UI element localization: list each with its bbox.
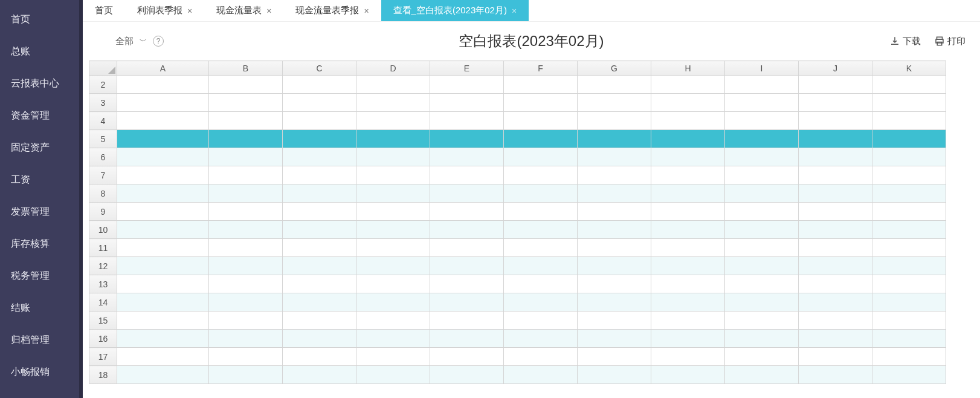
cell-E17[interactable] [430, 348, 504, 366]
cell-E5[interactable] [430, 130, 504, 148]
cell-A8[interactable] [117, 184, 209, 203]
column-header-K[interactable]: K [872, 61, 946, 76]
cell-F16[interactable] [504, 330, 578, 348]
cell-J14[interactable] [799, 293, 872, 312]
cell-A15[interactable] [117, 312, 209, 330]
cell-D2[interactable] [356, 76, 430, 94]
row-header-11[interactable]: 11 [89, 239, 117, 257]
cell-K8[interactable] [872, 184, 946, 203]
cell-D8[interactable] [356, 184, 430, 203]
cell-K2[interactable] [872, 76, 946, 94]
close-icon[interactable]: × [187, 6, 192, 16]
column-header-D[interactable]: D [356, 61, 430, 76]
cell-E16[interactable] [430, 330, 504, 348]
row-header-2[interactable]: 2 [89, 76, 117, 94]
cell-C14[interactable] [283, 293, 356, 312]
cell-I13[interactable] [725, 275, 799, 293]
sidebar-item-9[interactable]: 结账 [0, 292, 79, 324]
cell-J11[interactable] [799, 239, 872, 257]
cell-H15[interactable] [651, 312, 725, 330]
tab-3[interactable]: 现金流量表季报× [283, 0, 381, 21]
close-icon[interactable]: × [266, 6, 271, 16]
row-header-9[interactable]: 9 [89, 203, 117, 221]
spreadsheet[interactable]: ABCDEFGHIJK23456789101112131415161718 [83, 60, 980, 398]
cell-F9[interactable] [504, 203, 578, 221]
cell-A10[interactable] [117, 221, 209, 239]
column-header-A[interactable]: A [117, 61, 209, 76]
cell-K3[interactable] [872, 94, 946, 112]
cell-D3[interactable] [356, 94, 430, 112]
row-header-6[interactable]: 6 [89, 148, 117, 166]
cell-C5[interactable] [283, 130, 356, 148]
filter-dropdown[interactable]: 全部 ﹀ ? [115, 36, 164, 47]
row-header-4[interactable]: 4 [89, 112, 117, 130]
row-header-5[interactable]: 5 [89, 130, 117, 148]
cell-G11[interactable] [578, 239, 651, 257]
cell-B15[interactable] [209, 312, 283, 330]
cell-J5[interactable] [799, 130, 872, 148]
row-header-13[interactable]: 13 [89, 275, 117, 293]
cell-C18[interactable] [283, 366, 356, 384]
cell-J2[interactable] [799, 76, 872, 94]
cell-I15[interactable] [725, 312, 799, 330]
cell-C11[interactable] [283, 239, 356, 257]
cell-J9[interactable] [799, 203, 872, 221]
sidebar-item-4[interactable]: 固定资产 [0, 132, 79, 164]
cell-A12[interactable] [117, 257, 209, 275]
cell-G4[interactable] [578, 112, 651, 130]
cell-E10[interactable] [430, 221, 504, 239]
cell-G9[interactable] [578, 203, 651, 221]
close-icon[interactable]: × [364, 6, 369, 16]
cell-D16[interactable] [356, 330, 430, 348]
cell-I10[interactable] [725, 221, 799, 239]
help-icon[interactable]: ? [153, 36, 164, 47]
cell-I18[interactable] [725, 366, 799, 384]
cell-A14[interactable] [117, 293, 209, 312]
sidebar-item-5[interactable]: 工资 [0, 164, 79, 196]
sidebar-item-7[interactable]: 库存核算 [0, 228, 79, 260]
cell-E2[interactable] [430, 76, 504, 94]
cell-E13[interactable] [430, 275, 504, 293]
cell-D10[interactable] [356, 221, 430, 239]
cell-H8[interactable] [651, 184, 725, 203]
cell-C8[interactable] [283, 184, 356, 203]
cell-H9[interactable] [651, 203, 725, 221]
cell-A16[interactable] [117, 330, 209, 348]
cell-I16[interactable] [725, 330, 799, 348]
cell-K12[interactable] [872, 257, 946, 275]
cell-C2[interactable] [283, 76, 356, 94]
cell-D18[interactable] [356, 366, 430, 384]
close-icon[interactable]: × [512, 6, 517, 16]
cell-D9[interactable] [356, 203, 430, 221]
cell-G14[interactable] [578, 293, 651, 312]
cell-E12[interactable] [430, 257, 504, 275]
cell-A17[interactable] [117, 348, 209, 366]
cell-C10[interactable] [283, 221, 356, 239]
sidebar-item-10[interactable]: 归档管理 [0, 324, 79, 356]
cell-J13[interactable] [799, 275, 872, 293]
cell-J12[interactable] [799, 257, 872, 275]
row-header-14[interactable]: 14 [89, 293, 117, 312]
cell-B10[interactable] [209, 221, 283, 239]
sidebar-item-11[interactable]: 小畅报销 [0, 356, 79, 388]
cell-D7[interactable] [356, 166, 430, 184]
cell-E11[interactable] [430, 239, 504, 257]
cell-H12[interactable] [651, 257, 725, 275]
cell-E6[interactable] [430, 148, 504, 166]
cell-G3[interactable] [578, 94, 651, 112]
cell-K16[interactable] [872, 330, 946, 348]
cell-B11[interactable] [209, 239, 283, 257]
cell-C4[interactable] [283, 112, 356, 130]
cell-B6[interactable] [209, 148, 283, 166]
column-header-F[interactable]: F [504, 61, 578, 76]
cell-E3[interactable] [430, 94, 504, 112]
cell-G18[interactable] [578, 366, 651, 384]
cell-E9[interactable] [430, 203, 504, 221]
cell-G15[interactable] [578, 312, 651, 330]
cell-F18[interactable] [504, 366, 578, 384]
cell-C12[interactable] [283, 257, 356, 275]
sidebar-item-0[interactable]: 首页 [0, 4, 79, 36]
cell-K7[interactable] [872, 166, 946, 184]
cell-J16[interactable] [799, 330, 872, 348]
sidebar-item-6[interactable]: 发票管理 [0, 196, 79, 228]
